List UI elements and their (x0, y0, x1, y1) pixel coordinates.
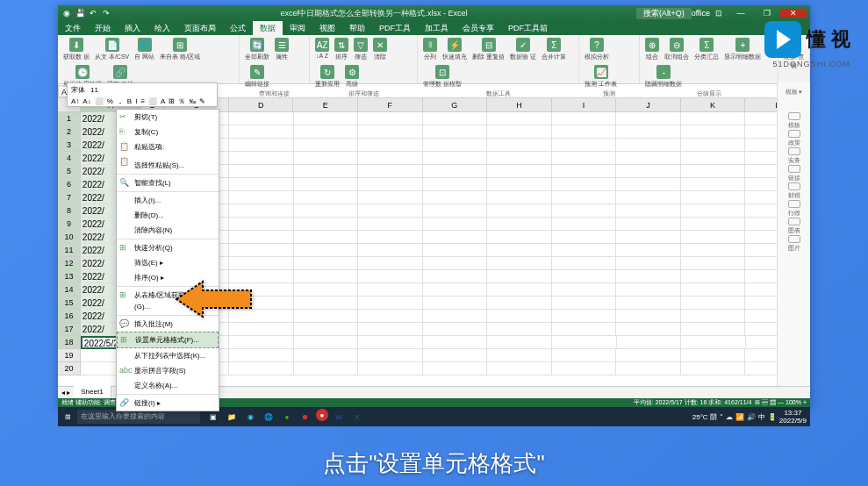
mini-toolbar-item-12[interactable]: ‰ (187, 97, 197, 105)
ribbon-btn-0-0[interactable]: ⬇获取数 据 (61, 37, 91, 62)
ribbon-display-icon[interactable]: ⊡ (715, 9, 722, 18)
col-header-D[interactable]: D (229, 98, 294, 112)
ribbon-btn-0-3[interactable]: ⊞来自表 格/区域 (158, 37, 202, 62)
side-panel-item-7[interactable]: 图片 (786, 235, 803, 253)
cell-J13[interactable] (616, 270, 681, 283)
cell-I17[interactable] (552, 323, 617, 336)
ribbon-tab-3[interactable]: 绘入 (147, 21, 177, 35)
cell-D5[interactable] (229, 165, 294, 178)
ribbon-tab-6[interactable]: 数据 (253, 21, 283, 35)
context-menu-item-21[interactable]: abc显示拼音字段(S) (117, 363, 219, 378)
row-header-15[interactable]: 15 (58, 297, 81, 310)
cell-K9[interactable] (681, 218, 746, 231)
cell-I5[interactable] (552, 165, 617, 178)
wechat-icon[interactable]: ● (279, 409, 295, 425)
cell-I2[interactable] (552, 125, 617, 139)
cell-H3[interactable] (487, 139, 552, 152)
cell-I1[interactable] (552, 112, 617, 125)
cell-H15[interactable] (487, 297, 552, 310)
onedrive-icon[interactable]: ☁ (726, 413, 733, 421)
close-button[interactable]: ✕ (780, 9, 807, 18)
taskbar-search[interactable]: 在这里输入你要搜索的内容 (77, 410, 200, 424)
ribbon-btn-5-0[interactable]: ⊕组合 (643, 37, 661, 62)
cell-H9[interactable] (487, 218, 552, 231)
row-header-7[interactable]: 7 (58, 191, 81, 204)
cell-K13[interactable] (681, 270, 746, 283)
cell-F17[interactable] (358, 323, 423, 336)
cell-E20[interactable] (294, 362, 359, 375)
cell-J10[interactable] (616, 231, 681, 244)
cell-J18[interactable] (617, 336, 682, 349)
cell-E15[interactable] (294, 297, 359, 310)
cell-K14[interactable] (681, 283, 746, 297)
ribbon-btn-3-3[interactable]: ✓数据验 证 (508, 37, 538, 62)
context-menu-item-2[interactable]: 📋粘贴选项: (117, 139, 219, 154)
cell-D1[interactable] (229, 112, 294, 125)
battery-icon[interactable]: 🔋 (768, 413, 777, 421)
side-panel-item-4[interactable]: 财税 (786, 182, 803, 200)
cell-E12[interactable] (294, 257, 359, 270)
cell-G7[interactable] (423, 191, 488, 204)
cell-H20[interactable] (487, 362, 552, 375)
record-active-icon[interactable]: ● (316, 409, 328, 421)
autosave-toggle[interactable]: ◉ (61, 8, 72, 18)
cell-F12[interactable] (358, 257, 423, 270)
cell-D4[interactable] (229, 152, 294, 165)
cell-E1[interactable] (294, 112, 359, 125)
col-header-G[interactable]: G (423, 98, 488, 112)
cell-G4[interactable] (423, 152, 488, 165)
maximize-button[interactable]: ❐ (754, 9, 780, 18)
cell-F15[interactable] (358, 297, 423, 310)
cell-D10[interactable] (229, 231, 294, 244)
cell-E10[interactable] (294, 231, 359, 244)
ribbon-tab-11[interactable]: 加工具 (418, 21, 456, 35)
ribbon-btn-2-1[interactable]: ⇅排序 (333, 37, 350, 62)
cell-J3[interactable] (616, 139, 681, 152)
cell-I20[interactable] (552, 362, 617, 375)
cell-D18[interactable] (229, 336, 294, 349)
ribbon-btn-0-2[interactable]: 🌐自 网站 (133, 37, 156, 62)
cell-I14[interactable] (552, 283, 617, 297)
cell-E5[interactable] (294, 165, 359, 178)
cell-D19[interactable] (229, 349, 294, 362)
cell-J7[interactable] (616, 191, 681, 204)
cell-D6[interactable] (229, 178, 294, 191)
cell-J9[interactable] (616, 218, 681, 231)
cell-F3[interactable] (358, 139, 423, 152)
cell-K11[interactable] (681, 244, 746, 257)
ribbon-btn-1-1[interactable]: ☰属性 (273, 37, 291, 62)
cell-D11[interactable] (229, 244, 294, 257)
sheet-nav[interactable]: ◂ ▸ (58, 389, 74, 397)
mini-toolbar-item-7[interactable]: ≡ (139, 97, 147, 105)
ribbon-tab-7[interactable]: 审阅 (283, 21, 312, 35)
cell-E14[interactable] (294, 283, 359, 297)
save-icon[interactable]: 💾 (75, 8, 85, 18)
word-icon[interactable]: W (331, 409, 347, 425)
cell-G12[interactable] (423, 257, 488, 270)
row-header-18[interactable]: 18 (58, 336, 81, 349)
ribbon-tab-12[interactable]: 会员专享 (456, 21, 501, 35)
search-box[interactable]: 搜索(Alt+Q) (636, 8, 692, 19)
cell-H17[interactable] (487, 323, 552, 336)
cell-K2[interactable] (681, 125, 746, 139)
cell-G9[interactable] (423, 218, 488, 231)
cell-K12[interactable] (681, 257, 746, 270)
row-header-14[interactable]: 14 (58, 283, 81, 297)
context-menu-item-0[interactable]: ✂剪切(T) (117, 110, 219, 125)
cell-K6[interactable] (681, 178, 746, 191)
cell-H13[interactable] (487, 270, 552, 283)
side-panel-item-6[interactable]: 图表 (786, 218, 803, 235)
cell-G16[interactable] (423, 310, 488, 323)
cell-H16[interactable] (487, 310, 552, 323)
cell-I19[interactable] (552, 349, 617, 362)
cell-I6[interactable] (552, 178, 617, 191)
mini-toolbar-item-9[interactable]: A (159, 97, 167, 105)
cell-E2[interactable] (294, 125, 359, 139)
cell-J14[interactable] (616, 283, 681, 297)
cell-G5[interactable] (423, 165, 488, 178)
side-panel-item-3[interactable]: 链接 (786, 165, 803, 182)
row-header-2[interactable]: 2 (58, 125, 81, 139)
row-header-13[interactable]: 13 (58, 270, 81, 283)
cell-K15[interactable] (681, 297, 746, 310)
cell-I13[interactable] (552, 270, 617, 283)
